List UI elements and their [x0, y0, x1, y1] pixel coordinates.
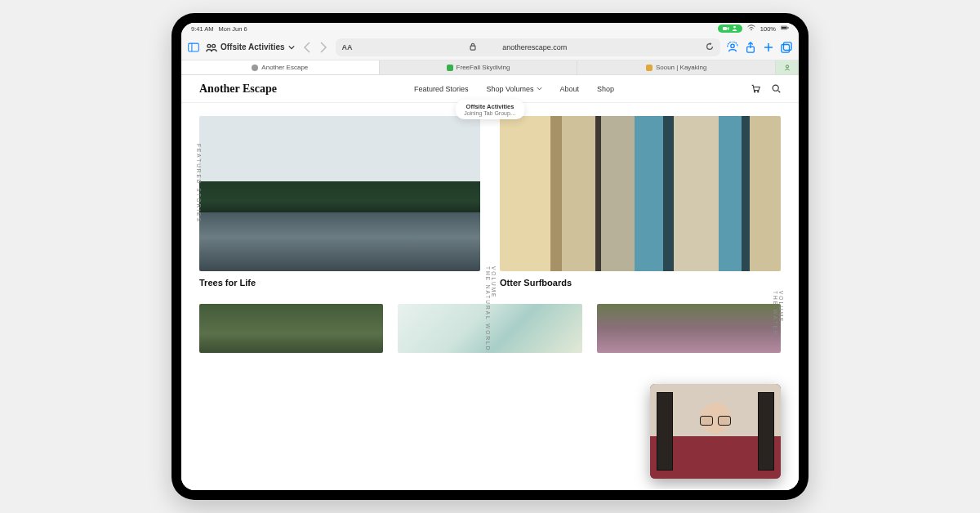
svg-rect-15 [784, 42, 792, 50]
tab-label: Sooun | Kayaking [656, 64, 707, 71]
facetime-person-icon [732, 25, 737, 32]
sidebar-button[interactable] [188, 42, 199, 53]
svg-point-20 [773, 85, 778, 91]
tab-group-picker[interactable]: Offsite Activities [206, 42, 295, 53]
svg-rect-0 [723, 27, 727, 30]
status-bar: 9:41 AM Mon Jun 6 100% [181, 23, 799, 34]
status-date: Mon Jun 6 [219, 25, 247, 33]
reload-button[interactable] [706, 42, 714, 52]
tab-strip: Another Escape FreeFall Skydiving Sooun … [181, 60, 799, 75]
svg-point-11 [731, 44, 734, 47]
nav-shop-volumes-label: Shop Volumes [486, 85, 533, 93]
ipad-frame: 9:41 AM Mon Jun 6 100% [172, 13, 808, 500]
article-thumb[interactable] [597, 304, 781, 353]
web-page: Offsite Activities Joining Tab Group… An… [181, 75, 799, 490]
lock-icon [469, 42, 477, 52]
nav-shop[interactable]: Shop [597, 85, 614, 93]
article-thumb[interactable] [199, 304, 383, 353]
forward-button[interactable] [318, 42, 329, 53]
page-body: FEATURED STORIES THE NATURAL WORLD VOLUM… [181, 103, 799, 353]
toast-title: Offsite Activities [464, 103, 516, 110]
tab-group-name: Offsite Activities [220, 42, 285, 51]
article-title: Otter Surfboards [500, 278, 781, 288]
svg-point-2 [751, 29, 752, 31]
article-card[interactable]: Otter Surfboards [500, 116, 781, 288]
nav-shop-volumes[interactable]: Shop Volumes [486, 85, 541, 93]
pip-bg-frame [657, 392, 673, 471]
svg-line-21 [778, 90, 780, 91]
svg-point-17 [786, 65, 788, 67]
favicon-icon [252, 65, 258, 71]
svg-point-19 [758, 91, 759, 91]
svg-rect-16 [782, 44, 790, 52]
safari-toolbar: Offsite Activities AA anotherescape.com [181, 34, 799, 60]
favicon-icon [646, 65, 653, 71]
battery-percent: 100% [760, 25, 776, 33]
search-icon[interactable] [772, 82, 781, 96]
svg-rect-10 [470, 46, 475, 50]
back-button[interactable] [301, 42, 313, 53]
tab-label: FreeFall Skydiving [457, 64, 510, 71]
chevron-down-icon [537, 86, 542, 91]
rail-natural-world: THE NATURAL WORLD VOLUME [485, 266, 497, 353]
facetime-pip[interactable] [650, 384, 781, 479]
url-text: anotherescape.com [480, 43, 590, 51]
svg-point-8 [207, 44, 211, 47]
new-tab-button[interactable] [763, 42, 774, 53]
url-bar[interactable]: AA anotherescape.com [336, 38, 720, 56]
cart-icon[interactable] [751, 82, 760, 96]
svg-rect-6 [189, 43, 199, 51]
status-time: 9:41 AM [191, 25, 214, 33]
site-logo[interactable]: Another Escape [199, 83, 277, 96]
reader-textsize-button[interactable]: AA [342, 43, 353, 51]
tab-freefall[interactable]: FreeFall Skydiving [380, 60, 578, 74]
tab-sooun[interactable]: Sooun | Kayaking [577, 60, 776, 74]
svg-point-9 [212, 44, 216, 47]
tab-another-escape[interactable]: Another Escape [181, 60, 380, 74]
article-image [199, 116, 480, 271]
ipad-screen: 9:41 AM Mon Jun 6 100% [181, 23, 799, 490]
pip-person-glasses [700, 416, 731, 424]
pip-bg-frame [758, 392, 774, 471]
tab-group-toast: Offsite Activities Joining Tab Group… [456, 100, 524, 119]
svg-point-18 [754, 91, 755, 91]
nav-about[interactable]: About [560, 85, 580, 93]
svg-rect-4 [782, 27, 787, 29]
shareplay-button[interactable] [727, 42, 738, 53]
tabs-overview-button[interactable] [781, 42, 792, 53]
article-card[interactable]: Trees for Life [199, 116, 480, 288]
tab-label: Another Escape [261, 64, 308, 71]
toast-subtitle: Joining Tab Group… [464, 110, 516, 116]
rail-featured: FEATURED STORIES [196, 144, 202, 223]
share-button[interactable] [745, 42, 756, 53]
battery-icon [781, 25, 789, 33]
tab-group-add-icon[interactable] [776, 60, 799, 74]
svg-point-1 [733, 26, 736, 29]
site-header: Another Escape Featured Stories Shop Vol… [181, 75, 799, 103]
favicon-icon [447, 65, 453, 71]
site-nav: Featured Stories Shop Volumes About Shop [277, 85, 751, 93]
article-title: Trees for Life [199, 278, 480, 288]
wifi-icon [747, 25, 755, 33]
article-image [500, 116, 781, 271]
facetime-video [650, 384, 781, 479]
facetime-indicator[interactable] [718, 25, 742, 33]
rail-water-volume: THE WATER VOLUME [773, 291, 784, 353]
nav-featured[interactable]: Featured Stories [414, 85, 469, 93]
svg-rect-5 [788, 27, 789, 29]
